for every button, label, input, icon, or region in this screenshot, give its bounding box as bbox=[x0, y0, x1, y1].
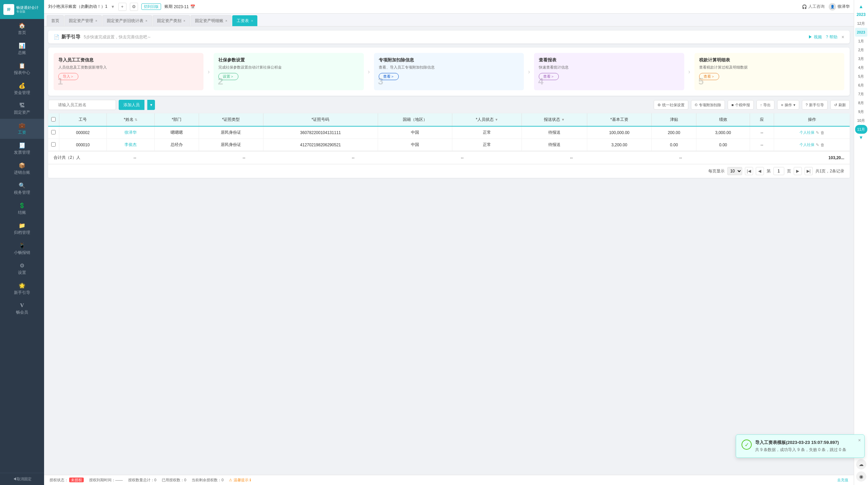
sidebar-item-fixed-assets[interactable]: 🏗 固定资产 bbox=[0, 99, 44, 119]
guide-close-btn[interactable]: × bbox=[842, 34, 844, 40]
settings-btn[interactable]: ⚙ bbox=[130, 3, 138, 11]
search-input[interactable] bbox=[48, 100, 116, 110]
sidebar-item-settings[interactable]: ⚙ 设置 bbox=[0, 259, 44, 279]
sidebar-item-payroll[interactable]: 💼 工资 bbox=[0, 119, 44, 139]
sidebar-item-reports[interactable]: 📋 报表中心 bbox=[0, 59, 44, 79]
sidebar-item-home[interactable]: 🏠 首页 bbox=[0, 19, 44, 39]
calendar-down-btn[interactable]: ▼ bbox=[856, 134, 867, 141]
toast-close-btn[interactable]: × bbox=[858, 437, 861, 443]
add-person-dropdown[interactable]: ▾ bbox=[147, 100, 155, 110]
toast-title: 导入工资表模板(2023-03-23 15:07:59.897) bbox=[755, 440, 859, 446]
tab-payroll[interactable]: 工资表 × bbox=[232, 15, 257, 26]
calendar-month-6[interactable]: 6月 bbox=[855, 81, 867, 90]
tab-detail[interactable]: 固定资产明细账 × bbox=[191, 15, 232, 26]
finance-icon: 💰 bbox=[19, 82, 25, 89]
refresh-btn[interactable]: ↺ 刷新 bbox=[830, 100, 850, 110]
account-name[interactable]: 刘小艳演示账套（勿删勿动！）1 bbox=[48, 4, 107, 10]
calendar-month-1[interactable]: 1月 bbox=[855, 37, 867, 45]
switch-version-btn[interactable]: 切到旧版 bbox=[141, 3, 161, 10]
calendar-month-10[interactable]: 10月 bbox=[855, 116, 867, 125]
action-btn[interactable]: ≡ 操作 ▾ bbox=[777, 100, 799, 110]
td-name-1[interactable]: 徐泽华 bbox=[107, 126, 155, 139]
personal-insurance-link-1[interactable]: 个人社保 bbox=[800, 130, 814, 135]
edit-icon-2[interactable]: ✎ bbox=[816, 143, 819, 147]
sidebar-item-finance[interactable]: 💰 资金管理 bbox=[0, 79, 44, 99]
tab-close-icon[interactable]: × bbox=[225, 19, 228, 23]
social-insurance-btn[interactable]: ⚙ 统一社保设置 bbox=[654, 100, 688, 110]
edit-icon-1[interactable]: ✎ bbox=[816, 130, 819, 135]
calendar-month-5[interactable]: 5月 bbox=[855, 72, 867, 81]
select-all-checkbox[interactable] bbox=[51, 117, 56, 122]
td-name-2[interactable]: 李俊杰 bbox=[107, 139, 155, 151]
sidebar-item-invoice[interactable]: 🧾 发票管理 bbox=[0, 139, 44, 159]
th-checkbox[interactable] bbox=[48, 113, 59, 126]
calendar-month-4[interactable]: 4月 bbox=[855, 63, 867, 72]
delete-icon-2[interactable]: 🗑 bbox=[821, 143, 825, 147]
calendar-icon[interactable]: 📅 bbox=[190, 4, 195, 9]
right-panel-icon-2[interactable]: ◉ bbox=[856, 471, 866, 482]
sidebar-item-stock[interactable]: 📦 进销台账 bbox=[0, 159, 44, 179]
step-4-btn[interactable]: 查看＞ bbox=[539, 73, 559, 80]
sidebar-item-tax[interactable]: 🔍 税务管理 bbox=[0, 179, 44, 199]
prev-page-btn[interactable]: ◀ bbox=[756, 167, 764, 175]
special-deduction-btn[interactable]: © 专项附加扣除 bbox=[691, 100, 725, 110]
page-input[interactable] bbox=[773, 167, 784, 175]
personal-insurance-link-2[interactable]: 个人社保 bbox=[800, 142, 814, 147]
td-checkbox-1[interactable] bbox=[48, 126, 59, 139]
calendar-month-11[interactable]: 11月 bbox=[855, 125, 867, 134]
step-arrow-2: › bbox=[364, 68, 374, 75]
calendar-month-12[interactable]: 12月 bbox=[855, 19, 867, 28]
sort-name-icon[interactable]: ⇅ bbox=[135, 118, 137, 122]
filter-send-icon[interactable]: ▼ bbox=[561, 118, 565, 122]
step-1-btn[interactable]: 导入＞ bbox=[58, 73, 78, 80]
dropdown-arrow-icon[interactable]: ▼ bbox=[111, 4, 115, 9]
tab-close-icon[interactable]: × bbox=[145, 19, 147, 23]
row-checkbox-2[interactable] bbox=[51, 142, 56, 147]
export-btn[interactable]: ↑ 导出 bbox=[756, 100, 775, 110]
tab-close-icon[interactable]: × bbox=[183, 19, 185, 23]
user-menu[interactable]: 👤 徐泽华 bbox=[829, 3, 850, 11]
first-page-btn[interactable]: |◀ bbox=[745, 167, 753, 175]
step-5: 5 税款计算明细表 查看税款计算过程及明细数据 查看＞ bbox=[694, 53, 844, 90]
delete-icon-1[interactable]: 🗑 bbox=[821, 130, 825, 135]
step-2-btn[interactable]: 设置＞ bbox=[218, 73, 238, 80]
calendar-month-9[interactable]: 9月 bbox=[855, 107, 867, 116]
td-checkbox-2[interactable] bbox=[48, 139, 59, 151]
step-3-btn[interactable]: 查看＞ bbox=[379, 73, 399, 80]
right-panel-icon-1[interactable]: ☁ bbox=[856, 459, 866, 469]
employee-name-link-1[interactable]: 徐泽华 bbox=[124, 130, 137, 135]
step-5-btn[interactable]: 查看＞ bbox=[699, 73, 719, 80]
new-guide-btn[interactable]: ? 新手引导 bbox=[802, 100, 828, 110]
video-link[interactable]: ▶ 视频 bbox=[808, 34, 822, 40]
add-person-btn[interactable]: 添加人员 bbox=[119, 100, 144, 110]
last-page-btn[interactable]: ▶| bbox=[805, 167, 813, 175]
sidebar-item-close[interactable]: 💲 结账 bbox=[0, 199, 44, 219]
filter-status-icon[interactable]: ▼ bbox=[495, 118, 498, 122]
sidebar-item-expense[interactable]: 📱 小畅报销 bbox=[0, 239, 44, 259]
recharge-link[interactable]: 去充值 bbox=[837, 478, 848, 482]
calendar-up-btn[interactable]: ▲ bbox=[856, 3, 867, 10]
sidebar-item-member[interactable]: V 畅会员 bbox=[0, 299, 44, 319]
sidebar-item-archive[interactable]: 📁 归档管理 bbox=[0, 219, 44, 239]
per-page-select[interactable]: 10 20 50 bbox=[727, 167, 742, 175]
help-btn[interactable]: 🎧 人工咨询 bbox=[802, 4, 825, 10]
tab-category[interactable]: 固定资产类别 × bbox=[153, 15, 190, 26]
tab-close-icon[interactable]: × bbox=[95, 19, 97, 23]
tab-depreciation[interactable]: 固定资产折旧统计表 × bbox=[102, 15, 152, 26]
tax-filing-btn[interactable]: ■ 个税申报 bbox=[728, 100, 754, 110]
employee-name-link-2[interactable]: 李俊杰 bbox=[124, 142, 137, 147]
sidebar-item-ledger[interactable]: 📊 总账 bbox=[0, 39, 44, 59]
tab-fixed-assets[interactable]: 固定资产管理 × bbox=[64, 15, 102, 26]
tab-home[interactable]: 首页 bbox=[47, 15, 64, 26]
calendar-month-7[interactable]: 7月 bbox=[855, 90, 867, 98]
row-checkbox-1[interactable] bbox=[51, 130, 56, 134]
sidebar-item-guide[interactable]: 🌟 新手引导 bbox=[0, 279, 44, 299]
calendar-month-8[interactable]: 8月 bbox=[855, 98, 867, 107]
add-account-btn[interactable]: + bbox=[118, 3, 126, 11]
sidebar-unpin[interactable]: ◀取消固定 bbox=[0, 473, 44, 485]
help-link[interactable]: ? 帮助 bbox=[826, 34, 837, 40]
calendar-month-2[interactable]: 2月 bbox=[855, 45, 867, 54]
next-page-btn[interactable]: ▶ bbox=[794, 167, 802, 175]
tab-close-icon[interactable]: × bbox=[251, 19, 253, 23]
calendar-month-3[interactable]: 3月 bbox=[855, 54, 867, 63]
